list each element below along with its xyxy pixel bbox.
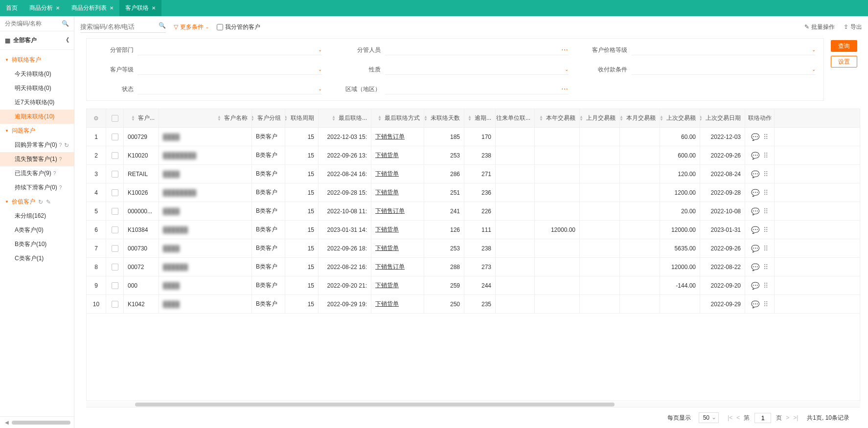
more-conditions-link[interactable]: ▽ 更多条件 ⌄	[174, 23, 209, 31]
column-header-lastdate[interactable]: ▲▼上次交易日期	[700, 109, 745, 127]
cell-lastway[interactable]: 下销货单	[371, 183, 424, 202]
row-checkbox[interactable]	[106, 202, 124, 220]
sort-icon[interactable]: ▲▼	[539, 115, 543, 121]
sort-icon[interactable]: ▲▼	[424, 115, 428, 121]
chevron-down-icon[interactable]: ⌄	[318, 47, 322, 52]
filter-分管部门[interactable]: 分管部门⌄	[94, 45, 322, 55]
column-header-chk[interactable]	[106, 109, 124, 127]
column-header-unit[interactable]: ▲▼往来单位联...	[496, 109, 535, 127]
chevron-down-icon[interactable]: ⌄	[318, 67, 322, 72]
main-search-input[interactable]	[80, 21, 166, 32]
table-row[interactable]: 6K10384██████B类客户152023-01-31 14:下销货单126…	[87, 221, 860, 239]
help-icon[interactable]: ?	[59, 142, 62, 148]
sort-icon[interactable]: ▲▼	[620, 115, 623, 121]
chat-icon[interactable]: 💬	[751, 133, 759, 141]
sort-icon[interactable]: ▲▼	[378, 115, 382, 121]
chevron-down-icon[interactable]: ⌄	[318, 86, 322, 91]
sort-icon[interactable]: ▲▼	[468, 115, 472, 121]
export-button[interactable]: ⇪ 导出	[844, 23, 862, 31]
more-icon[interactable]: ⋯	[561, 85, 569, 93]
row-checkbox[interactable]	[106, 258, 124, 276]
settings-button[interactable]: 设置	[831, 56, 857, 68]
table-row[interactable]: 7000730████B类客户152022-09-26 18:下销货单25323…	[87, 239, 860, 258]
chat-icon[interactable]: 💬	[751, 189, 759, 197]
cell-lastway[interactable]: 下销货单	[371, 276, 424, 294]
column-header-lastmonth[interactable]: ▲▼上月交易额	[580, 109, 620, 127]
row-checkbox[interactable]	[106, 165, 124, 183]
table-row[interactable]: 5000000...████B类客户152022-10-08 11:下销售订单2…	[87, 202, 860, 221]
tree-item[interactable]: B类客户(10)	[0, 237, 74, 251]
filter-input[interactable]: ⌄	[631, 64, 816, 75]
tree-item[interactable]: 今天待联络(0)	[0, 67, 74, 81]
column-header-gear[interactable]: ⚙	[87, 109, 106, 127]
tree-item[interactable]: 持续下滑客户(0)?	[0, 180, 74, 195]
tree-group[interactable]: ▼问题客户	[0, 124, 74, 138]
search-icon[interactable]: 🔍	[62, 20, 69, 27]
tab-商品分析[interactable]: 商品分析✕	[23, 0, 66, 16]
filter-input[interactable]: ⋯	[385, 45, 569, 55]
column-header-thismonth[interactable]: ▲▼本月交易额	[620, 109, 660, 127]
scroll-left-icon[interactable]: ◀	[5, 420, 9, 425]
more-icon[interactable]: ⠿	[763, 226, 768, 234]
row-checkbox[interactable]	[106, 221, 124, 239]
column-header-action[interactable]: 联络动作	[745, 109, 775, 127]
filter-input[interactable]: ⋯	[385, 84, 569, 94]
page-input[interactable]	[754, 413, 771, 423]
tree-item[interactable]: A类客户(0)	[0, 223, 74, 237]
row-checkbox[interactable]	[106, 295, 124, 313]
row-checkbox[interactable]	[106, 128, 124, 146]
filter-分管人员[interactable]: 分管人员⋯	[342, 45, 569, 55]
sort-icon[interactable]: ▲▼	[285, 115, 288, 121]
sort-icon[interactable]: ▲▼	[580, 115, 583, 121]
sidebar-search-input[interactable]	[5, 20, 69, 27]
cell-lastway[interactable]: 下销售订单	[371, 128, 424, 146]
collapse-sidebar-icon[interactable]: 《	[63, 36, 69, 45]
filter-性质[interactable]: 性质⌄	[342, 64, 569, 75]
row-checkbox[interactable]	[106, 146, 124, 164]
tree-item[interactable]: 明天待联络(0)	[0, 81, 74, 95]
cell-lastway[interactable]: 下销货单	[371, 221, 424, 239]
more-icon[interactable]: ⠿	[763, 133, 768, 141]
tree-item[interactable]: 逾期未联络(10)	[0, 110, 74, 124]
chat-icon[interactable]: 💬	[751, 300, 759, 308]
tree-item[interactable]: 未分组(162)	[0, 209, 74, 223]
help-icon[interactable]: ?	[53, 171, 56, 176]
chevron-down-icon[interactable]: ⌄	[812, 47, 816, 52]
sort-icon[interactable]: ▲▼	[252, 115, 254, 121]
close-icon[interactable]: ✕	[110, 5, 114, 11]
row-checkbox[interactable]	[106, 183, 124, 202]
column-header-code[interactable]: ▲▼客户...	[124, 109, 159, 127]
chat-icon[interactable]: 💬	[751, 263, 759, 271]
filter-input[interactable]: ⌄	[631, 45, 816, 55]
table-row[interactable]: 800072██████B类客户152022-08-22 16:下销售订单288…	[87, 258, 860, 276]
help-icon[interactable]: ?	[59, 157, 62, 162]
more-icon[interactable]: ⠿	[763, 189, 768, 197]
tab-商品分析列表[interactable]: 商品分析列表✕	[66, 0, 119, 16]
refresh-icon[interactable]: ↻	[64, 142, 69, 149]
more-icon[interactable]: ⠿	[763, 263, 768, 271]
tree-item[interactable]: 流失预警客户(1)?	[0, 152, 74, 166]
chat-icon[interactable]: 💬	[751, 207, 759, 215]
cell-lastway[interactable]: 下销货单	[371, 165, 424, 183]
table-row[interactable]: 2K10020████████B类客户152022-09-26 13:下销货单2…	[87, 146, 860, 165]
column-header-lastway[interactable]: ▲▼最后联络方式	[371, 109, 424, 127]
search-icon[interactable]: 🔍	[159, 22, 166, 29]
filter-input[interactable]: ⌄	[137, 45, 322, 55]
my-customer-checkbox[interactable]: 我分管的客户	[217, 23, 260, 31]
cell-lastway[interactable]: 下销货单	[371, 146, 424, 164]
table-row[interactable]: 1000729████B类客户152022-12-03 15:下销售订单1851…	[87, 128, 860, 146]
sort-icon[interactable]: ▲▼	[332, 115, 336, 121]
more-icon[interactable]: ⋯	[561, 46, 569, 54]
row-checkbox[interactable]	[106, 239, 124, 257]
tab-首页[interactable]: 首页	[0, 0, 23, 16]
tree-item[interactable]: 近7天待联络(0)	[0, 95, 74, 110]
cell-lastway[interactable]: 下销售订单	[371, 258, 424, 276]
filter-input[interactable]: ⌄	[385, 64, 569, 75]
more-icon[interactable]: ⠿	[763, 207, 768, 215]
tree-item[interactable]: 已流失客户(9)?	[0, 166, 74, 180]
chat-icon[interactable]: 💬	[751, 152, 759, 159]
table-row[interactable]: 10K1042████B类客户152022-09-29 19:下销货单25023…	[87, 295, 860, 314]
table-row[interactable]: 3RETAIL████B类客户152022-08-24 16:下销货单28627…	[87, 165, 860, 183]
chat-icon[interactable]: 💬	[751, 245, 759, 252]
filter-input[interactable]: ⌄	[137, 84, 322, 94]
